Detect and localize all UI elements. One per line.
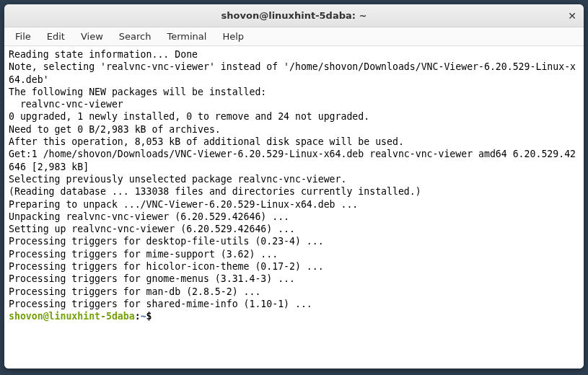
- terminal-window: shovon@linuxhint-5daba: ~ ✕ File Edit Vi…: [4, 4, 584, 369]
- close-button[interactable]: ✕: [565, 9, 579, 23]
- prompt-colon: :: [135, 311, 141, 322]
- close-icon: ✕: [568, 10, 576, 22]
- window-title: shovon@linuxhint-5daba: ~: [221, 10, 367, 21]
- menu-edit[interactable]: Edit: [39, 29, 73, 44]
- prompt-path: ~: [141, 311, 146, 322]
- cursor: [157, 312, 162, 322]
- titlebar[interactable]: shovon@linuxhint-5daba: ~ ✕: [4, 4, 584, 27]
- menu-file[interactable]: File: [7, 29, 39, 44]
- menu-view[interactable]: View: [73, 29, 111, 44]
- terminal-output: Reading state information... Done Note, …: [9, 49, 576, 309]
- prompt-symbol: $: [146, 311, 152, 322]
- prompt-user-host: shovon@linuxhint-5daba: [9, 311, 135, 322]
- menu-terminal[interactable]: Terminal: [159, 29, 214, 44]
- terminal-body[interactable]: Reading state information... Done Note, …: [4, 46, 584, 369]
- menu-search[interactable]: Search: [111, 29, 159, 44]
- menu-help[interactable]: Help: [214, 29, 252, 44]
- menubar: File Edit View Search Terminal Help: [4, 27, 584, 46]
